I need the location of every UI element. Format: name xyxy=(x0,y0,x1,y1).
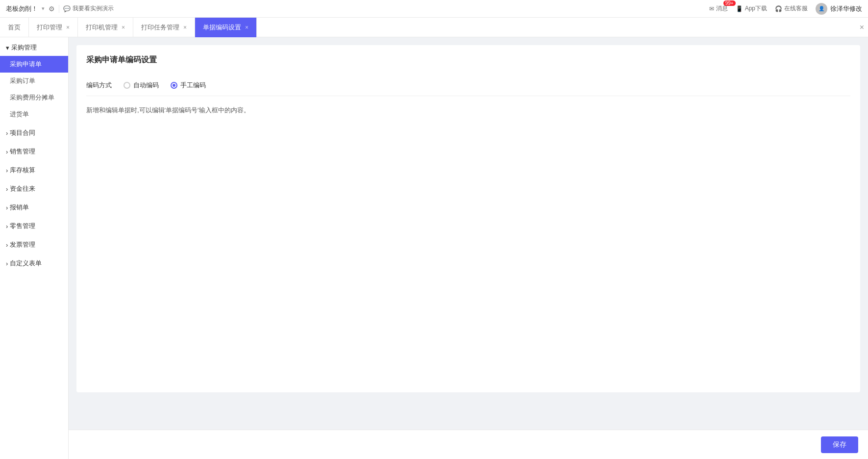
notice-badge: 99+ xyxy=(723,0,736,6)
collapse-icon: ▾ xyxy=(6,44,9,51)
sidebar-item-stock-in[interactable]: 进货单 xyxy=(0,106,68,123)
sidebar-item-purchase-request-label: 采购申请单 xyxy=(10,60,42,68)
divider xyxy=(59,5,59,13)
sidebar-group-custom-form-label: 自定义表单 xyxy=(10,259,42,268)
sidebar: ▾ 采购管理 采购申请单 采购订单 采购费用分摊单 进货单 › 项目合同 xyxy=(0,37,69,459)
sidebar-group-project: › 项目合同 xyxy=(0,125,68,141)
sidebar-group-sales-label: 销售管理 xyxy=(10,147,35,156)
tab-bar-close-icon[interactable]: × xyxy=(860,23,864,32)
sidebar-group-purchase-label: 采购管理 xyxy=(11,43,37,52)
tab-print-manage-label: 打印管理 xyxy=(37,23,62,32)
tab-code-setting[interactable]: 单据编码设置 × xyxy=(195,18,257,37)
sidebar-item-purchase-request[interactable]: 采购申请单 xyxy=(0,56,68,73)
top-bar: 老板勿削！ ▾ ⚙ 💬 我要看实例演示 ✉ 消息 99+ 📱 App下载 🎧 在… xyxy=(0,0,868,18)
sidebar-group-returns-title[interactable]: › 报销单 xyxy=(0,199,68,216)
auto-code-radio[interactable] xyxy=(124,82,130,89)
brand-chevron[interactable]: ▾ xyxy=(42,5,45,12)
example-icon: 💬 xyxy=(63,5,71,12)
encoding-method-row: 编码方式 自动编码 手工编码 xyxy=(86,75,850,96)
tab-home-label: 首页 xyxy=(8,23,21,32)
tab-printer-manage-close[interactable]: × xyxy=(122,24,125,31)
sidebar-group-retail-label: 零售管理 xyxy=(10,222,35,230)
online-service-button[interactable]: 🎧 在线客服 xyxy=(775,4,808,13)
tab-home[interactable]: 首页 xyxy=(0,18,29,37)
encoding-label: 编码方式 xyxy=(86,81,112,90)
expand-icon-returns: › xyxy=(6,204,8,211)
sidebar-group-capital-title[interactable]: › 资金往来 xyxy=(0,180,68,197)
example-text: 我要看实例演示 xyxy=(73,4,114,13)
sidebar-group-retail: › 零售管理 xyxy=(0,218,68,234)
message-icon: ✉ xyxy=(709,5,714,12)
app-download-button[interactable]: 📱 App下载 xyxy=(736,4,767,13)
sidebar-group-capital-label: 资金往来 xyxy=(10,184,35,193)
tab-bar: 首页 打印管理 × 打印机管理 × 打印任务管理 × 单据编码设置 × × xyxy=(0,18,868,37)
brand-title: 老板勿削！ xyxy=(6,4,38,13)
sidebar-item-purchase-order[interactable]: 采购订单 xyxy=(0,73,68,89)
sidebar-item-purchase-expense[interactable]: 采购费用分摊单 xyxy=(0,89,68,106)
tab-printer-manage[interactable]: 打印机管理 × xyxy=(78,18,133,37)
expand-icon-capital: › xyxy=(6,185,8,193)
sidebar-group-purchase: ▾ 采购管理 采购申请单 采购订单 采购费用分摊单 进货单 xyxy=(0,39,68,123)
tab-code-setting-close[interactable]: × xyxy=(245,24,248,31)
save-button[interactable]: 保存 xyxy=(821,436,858,453)
expand-icon-project: › xyxy=(6,129,8,137)
tab-print-task-close[interactable]: × xyxy=(183,24,187,31)
headset-icon: 🎧 xyxy=(775,5,782,12)
sidebar-group-inventory-label: 库存核算 xyxy=(10,166,35,175)
sidebar-item-stock-in-label: 进货单 xyxy=(10,110,29,118)
sidebar-group-invoice: › 发票管理 xyxy=(0,236,68,253)
tab-print-task-label: 打印任务管理 xyxy=(141,23,179,32)
sidebar-group-inventory: › 库存核算 xyxy=(0,162,68,178)
tab-print-manage[interactable]: 打印管理 × xyxy=(29,18,78,37)
page-title: 采购申请单编码设置 xyxy=(86,55,850,65)
tab-print-task[interactable]: 打印任务管理 × xyxy=(133,18,195,37)
gear-icon[interactable]: ⚙ xyxy=(49,5,55,13)
expand-icon-custom-form: › xyxy=(6,260,8,267)
auto-code-option[interactable]: 自动编码 xyxy=(124,81,159,90)
sidebar-group-capital: › 资金往来 xyxy=(0,180,68,197)
top-bar-left: 老板勿削！ ▾ ⚙ 💬 我要看实例演示 xyxy=(6,4,114,13)
main-card: 采购申请单编码设置 编码方式 自动编码 手工编码 新增和编辑单据时,可以编辑'单… xyxy=(76,45,860,392)
tab-printer-manage-label: 打印机管理 xyxy=(86,23,118,32)
manual-code-option[interactable]: 手工编码 xyxy=(171,81,206,90)
sidebar-group-retail-title[interactable]: › 零售管理 xyxy=(0,218,68,234)
avatar: 👤 xyxy=(816,3,827,15)
auto-code-label: 自动编码 xyxy=(133,81,159,90)
manual-code-label: 手工编码 xyxy=(180,81,206,90)
example-link[interactable]: 💬 我要看实例演示 xyxy=(63,4,114,13)
sidebar-group-sales-title[interactable]: › 销售管理 xyxy=(0,143,68,160)
expand-icon-inventory: › xyxy=(6,167,8,174)
service-label: 在线客服 xyxy=(784,4,808,13)
manual-code-radio[interactable] xyxy=(171,82,177,89)
sidebar-group-invoice-label: 发票管理 xyxy=(10,240,35,249)
sidebar-group-custom-form: › 自定义表单 xyxy=(0,255,68,272)
notice-button[interactable]: ✉ 消息 99+ xyxy=(709,4,728,13)
sidebar-group-project-title[interactable]: › 项目合同 xyxy=(0,125,68,141)
content-main: 采购申请单编码设置 编码方式 自动编码 手工编码 新增和编辑单据时,可以编辑'单… xyxy=(69,37,868,430)
user-menu[interactable]: 👤 徐泽华修改 xyxy=(816,3,862,15)
content-footer: 保存 xyxy=(69,430,868,459)
main-layout: ▾ 采购管理 采购申请单 采购订单 采购费用分摊单 进货单 › 项目合同 xyxy=(0,37,868,459)
hint-text: 新增和编辑单据时,可以编辑'单据编码号'输入框中的内容。 xyxy=(86,106,850,115)
sidebar-group-project-label: 项目合同 xyxy=(10,128,35,137)
sidebar-group-sales: › 销售管理 xyxy=(0,143,68,160)
expand-icon-invoice: › xyxy=(6,241,8,249)
expand-icon-sales: › xyxy=(6,148,8,155)
sidebar-group-inventory-title[interactable]: › 库存核算 xyxy=(0,162,68,178)
sidebar-group-purchase-title[interactable]: ▾ 采购管理 xyxy=(0,39,68,56)
sidebar-item-purchase-expense-label: 采购费用分摊单 xyxy=(10,94,54,101)
phone-icon: 📱 xyxy=(736,5,743,12)
sidebar-group-returns-label: 报销单 xyxy=(10,203,29,212)
sidebar-group-returns: › 报销单 xyxy=(0,199,68,216)
sidebar-group-custom-form-title[interactable]: › 自定义表单 xyxy=(0,255,68,272)
user-name: 徐泽华修改 xyxy=(830,4,862,13)
top-bar-right: ✉ 消息 99+ 📱 App下载 🎧 在线客服 👤 徐泽华修改 xyxy=(709,3,862,15)
app-label: App下载 xyxy=(745,4,767,13)
expand-icon-retail: › xyxy=(6,223,8,230)
sidebar-group-invoice-title[interactable]: › 发票管理 xyxy=(0,236,68,253)
tab-print-manage-close[interactable]: × xyxy=(66,24,70,31)
content-area: 采购申请单编码设置 编码方式 自动编码 手工编码 新增和编辑单据时,可以编辑'单… xyxy=(69,37,868,459)
sidebar-item-purchase-order-label: 采购订单 xyxy=(10,77,35,84)
tab-code-setting-label: 单据编码设置 xyxy=(203,23,241,32)
